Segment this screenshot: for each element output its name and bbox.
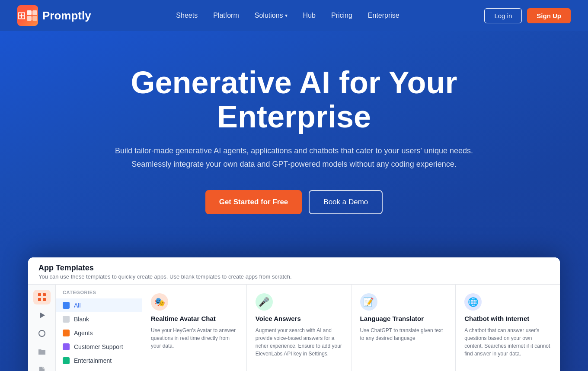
nav-enterprise[interactable]: Enterprise [368, 12, 399, 19]
svg-marker-8 [40, 312, 45, 318]
category-agents[interactable]: Agents [56, 326, 142, 340]
cat-dot-support [63, 343, 70, 350]
category-blank[interactable]: Blank [56, 312, 142, 326]
card-chatbot-internet[interactable]: 🌐 Chatbot with Internet A chatbot that c… [456, 285, 560, 371]
cat-dot-agents [63, 330, 70, 336]
svg-rect-7 [43, 298, 46, 301]
category-entertainment[interactable]: Entertainment [56, 354, 142, 368]
card-title-chatbot: Chatbot with Internet [464, 315, 551, 322]
svg-rect-1 [32, 10, 37, 15]
navbar: Promptly Sheets Platform Solutions ▾ Hub… [0, 0, 588, 31]
card-icon-translator: 📝 [360, 293, 377, 311]
signup-button[interactable]: Sign Up [527, 8, 571, 23]
login-button[interactable]: Log in [484, 8, 522, 23]
app-cards: 🎭 Realtime Avatar Chat Use your HeyGen's… [142, 285, 560, 371]
cat-dot-all [63, 302, 70, 309]
svg-rect-5 [43, 293, 46, 296]
sidebar-icon-play[interactable] [33, 308, 51, 323]
svg-rect-4 [38, 293, 41, 296]
logo-icon [17, 5, 38, 26]
card-icon-chatbot: 🌐 [464, 293, 482, 311]
app-subtitle: You can use these templates to quickly c… [38, 273, 550, 280]
svg-point-9 [39, 330, 45, 336]
svg-rect-3 [32, 16, 37, 21]
svg-rect-2 [27, 16, 32, 21]
category-all[interactable]: All [56, 298, 142, 312]
card-icon-avatar: 🎭 [151, 293, 168, 311]
card-language-translator[interactable]: 📝 Language Translator Use ChatGPT to tra… [352, 285, 456, 371]
card-voice-answers[interactable]: 🎤 Voice Answers Augment your search with… [247, 285, 352, 371]
card-desc-voice: Augment your search with AI and provide … [256, 327, 342, 371]
hero-buttons: Get Started for Free Book a Demo [115, 190, 473, 214]
category-customer-support[interactable]: Customer Support [56, 340, 142, 354]
logo-text: Promptly [42, 9, 91, 22]
app-screenshot: App Templates You can use these template… [28, 257, 560, 371]
app-body: CATEGORIES All Blank Agents Customer Sup… [28, 285, 560, 371]
app-sidebar [28, 285, 56, 371]
app-title: App Templates [38, 263, 550, 273]
sidebar-icon-doc[interactable] [33, 363, 51, 371]
book-demo-button[interactable]: Book a Demo [309, 190, 383, 214]
sidebar-icon-circle[interactable] [33, 326, 51, 341]
cat-dot-blank [63, 316, 70, 323]
card-icon-voice: 🎤 [256, 293, 273, 311]
svg-rect-0 [27, 10, 32, 15]
logo-link[interactable]: Promptly [17, 5, 91, 26]
nav-links: Sheets Platform Solutions ▾ Hub Pricing … [176, 12, 399, 19]
hero-content: Generative AI for Your Enterprise Build … [106, 31, 482, 257]
nav-actions: Log in Sign Up [484, 8, 571, 23]
nav-pricing[interactable]: Pricing [331, 12, 352, 19]
card-title-avatar: Realtime Avatar Chat [151, 315, 238, 322]
card-title-voice: Voice Answers [256, 315, 342, 322]
cat-dot-entertainment [63, 357, 70, 364]
sidebar-icon-folder[interactable] [33, 345, 51, 359]
svg-rect-6 [38, 298, 41, 301]
nav-platform[interactable]: Platform [213, 12, 239, 19]
nav-hub[interactable]: Hub [303, 12, 316, 19]
hero-subtitle: Build tailor-made generative AI agents, … [115, 144, 473, 171]
card-desc-avatar: Use your HeyGen's Avatar to answer quest… [151, 327, 238, 371]
nav-sheets[interactable]: Sheets [176, 12, 198, 19]
card-desc-translator: Use ChatGPT to translate given text to a… [360, 327, 447, 371]
nav-solutions[interactable]: Solutions ▾ [255, 12, 288, 19]
get-started-button[interactable]: Get Started for Free [205, 190, 302, 214]
hero-section: Generative AI for Your Enterprise Build … [0, 0, 588, 371]
chevron-down-icon: ▾ [285, 13, 288, 19]
app-topbar: App Templates You can use these template… [28, 257, 560, 285]
categories-header: CATEGORIES [56, 290, 142, 298]
sidebar-icon-grid[interactable] [33, 290, 51, 304]
card-title-translator: Language Translator [360, 315, 447, 322]
hero-title: Generative AI for Your Enterprise [115, 66, 473, 134]
card-avatar-chat[interactable]: 🎭 Realtime Avatar Chat Use your HeyGen's… [142, 285, 247, 371]
app-categories: CATEGORIES All Blank Agents Customer Sup… [56, 285, 142, 371]
card-desc-chatbot: A chatbot that can answer user's questio… [464, 327, 551, 371]
